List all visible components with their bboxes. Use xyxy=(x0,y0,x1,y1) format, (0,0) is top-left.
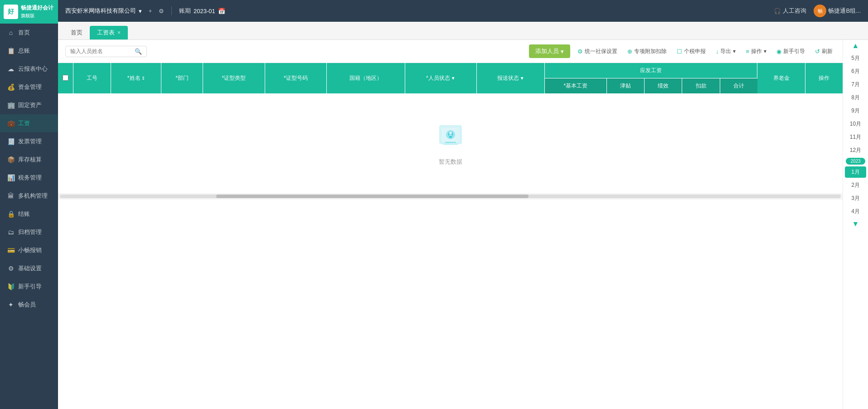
tax-report-btn[interactable]: ☐ 个税申报 xyxy=(674,46,708,57)
sidebar-item-multi-org-label: 多机构管理 xyxy=(18,192,48,200)
th-id-type: *证型类型 xyxy=(203,63,265,93)
month-2[interactable]: 2月 xyxy=(843,179,868,192)
sidebar-item-inventory[interactable]: 📦 库存核算 xyxy=(0,151,58,169)
cloud-icon: ☁ xyxy=(7,65,15,73)
month-3[interactable]: 3月 xyxy=(843,192,868,205)
sidebar-item-home-label: 首页 xyxy=(18,29,30,37)
calendar-icon[interactable]: 📅 xyxy=(218,8,225,15)
sidebar-item-close-period[interactable]: 🔒 结账 xyxy=(0,205,58,223)
sidebar-item-payroll-label: 工资 xyxy=(18,119,30,127)
th-name-filter: *姓名 ⇕ xyxy=(127,74,145,82)
guide-btn[interactable]: ◉ 新手引导 xyxy=(774,46,808,57)
month-1-active[interactable]: 1月 xyxy=(845,166,866,178)
month-7[interactable]: 7月 xyxy=(843,78,868,91)
th-dept: *部门 xyxy=(161,63,203,93)
th-checkbox[interactable] xyxy=(58,63,73,93)
horizontal-scrollbar[interactable] xyxy=(58,193,843,200)
sidebar-item-invoice[interactable]: 🧾 发票管理 xyxy=(0,132,58,151)
sidebar-item-settings-label: 基础设置 xyxy=(18,264,42,273)
sidebar-item-funds[interactable]: 💰 资金管理 xyxy=(0,78,58,96)
invoice-icon: 🧾 xyxy=(7,138,15,145)
sidebar-logo: 好 畅捷通好会计 旗舰版 xyxy=(0,0,58,24)
tax-report-icon: ☐ xyxy=(677,48,682,55)
svg-point-7 xyxy=(449,132,452,135)
month-11[interactable]: 11月 xyxy=(843,131,868,144)
sidebar-item-guide[interactable]: 🔰 新手引导 xyxy=(0,278,58,296)
month-6[interactable]: 6月 xyxy=(843,65,868,78)
month-12[interactable]: 12月 xyxy=(843,144,868,157)
empty-state-icon xyxy=(432,121,469,152)
guide-label: 新手引导 xyxy=(783,48,805,55)
operation-btn[interactable]: ≡ 操作 ▾ xyxy=(743,46,769,57)
user-name: 畅捷通B组... xyxy=(828,7,861,15)
operation-icon: ≡ xyxy=(746,48,749,55)
tabbar: 首页 工资表 × xyxy=(58,22,868,40)
th-report-label: 报送状态 xyxy=(497,74,519,82)
tab-payroll[interactable]: 工资表 × xyxy=(90,26,128,39)
month-5[interactable]: 5月 xyxy=(843,52,868,65)
company-name: 西安虾米网络科技有限公司 xyxy=(65,7,136,15)
topbar-add-icon[interactable]: ＋ xyxy=(147,7,153,15)
tax-report-label: 个税申报 xyxy=(684,48,706,55)
table-scroll-area[interactable]: 工号 *姓名 ⇕ *部门 *证型类型 *证型号码 国籍（地区） xyxy=(58,63,843,409)
sidebar-item-archive[interactable]: 🗂 归档管理 xyxy=(0,223,58,241)
refresh-btn[interactable]: ↺ 刷新 xyxy=(812,46,835,57)
topbar-divider xyxy=(171,6,172,15)
sidebar-item-payroll[interactable]: 💼 工资 xyxy=(0,114,58,132)
sidebar-item-expense-label: 小畅报销 xyxy=(18,246,42,254)
settings-icon: ⚙ xyxy=(7,265,15,272)
th-name-sort-icon[interactable]: ⇕ xyxy=(141,76,145,81)
human-service-btn[interactable]: 🎧 人工咨询 xyxy=(774,7,806,15)
content-area: 🔍 添加人员 ▾ ⚙ 统一社保设置 ⊕ 专项附加扣除 xyxy=(58,40,868,409)
period-value: 2023-01 xyxy=(194,8,215,15)
th-report-filter: 报送状态 ▼ xyxy=(497,74,524,82)
th-report-filter-icon[interactable]: ▼ xyxy=(520,76,524,81)
sidebar-item-member[interactable]: ✦ 畅会员 xyxy=(0,296,58,314)
add-person-button[interactable]: 添加人员 ▾ xyxy=(529,44,570,58)
sidebar-item-tax[interactable]: 📊 税务管理 xyxy=(0,169,58,187)
sidebar-item-settings[interactable]: ⚙ 基础设置 xyxy=(0,259,58,278)
main-area: 西安虾米网络科技有限公司 ▾ ＋ ⚙ 账期 2023-01 📅 🎧 人工咨询 畅… xyxy=(58,0,868,409)
refresh-label: 刷新 xyxy=(822,48,833,55)
sidebar-item-multi-org[interactable]: 🏛 多机构管理 xyxy=(0,187,58,205)
sidebar-item-cloud[interactable]: ☁ 云报表中心 xyxy=(0,60,58,78)
year-nav-up[interactable]: ▲ xyxy=(843,40,868,52)
th-status-label: *人员状态 xyxy=(426,74,450,82)
scrollbar-track xyxy=(60,195,841,198)
funds-icon: 💰 xyxy=(7,83,15,91)
svg-rect-4 xyxy=(449,136,452,138)
sidebar-item-expense[interactable]: 💳 小畅报销 xyxy=(0,241,58,259)
month-10[interactable]: 10月 xyxy=(843,117,868,131)
sidebar-item-home[interactable]: ⌂ 首页 xyxy=(0,24,58,42)
month-8[interactable]: 8月 xyxy=(843,91,868,104)
guide-circle-icon: ◉ xyxy=(776,48,781,55)
scrollbar-thumb[interactable] xyxy=(216,195,529,198)
month-4[interactable]: 4月 xyxy=(843,205,868,218)
refresh-icon: ↺ xyxy=(815,48,820,55)
tab-payroll-label: 工资表 xyxy=(97,29,115,37)
topbar-period: 账期 2023-01 📅 xyxy=(179,7,225,15)
th-status-filter-icon[interactable]: ▼ xyxy=(451,76,456,81)
sidebar-item-ledger[interactable]: 📋 总账 xyxy=(0,42,58,60)
special-deduction-btn[interactable]: ⊕ 专项附加扣除 xyxy=(625,46,669,57)
year-nav-down[interactable]: ▼ xyxy=(843,218,868,230)
user-avatar: 畅 xyxy=(814,5,826,17)
search-input[interactable] xyxy=(70,48,132,54)
special-deduction-label: 专项附加扣除 xyxy=(634,48,667,55)
tab-close-icon[interactable]: × xyxy=(117,29,121,36)
sidebar-item-archive-label: 归档管理 xyxy=(18,228,42,236)
th-pension: 养老金 xyxy=(757,63,805,93)
tab-home[interactable]: 首页 xyxy=(63,26,90,39)
topbar: 西安虾米网络科技有限公司 ▾ ＋ ⚙ 账期 2023-01 📅 🎧 人工咨询 畅… xyxy=(58,0,868,22)
export-label: 导出 xyxy=(720,48,731,55)
select-all-checkbox[interactable] xyxy=(63,75,68,81)
user-info[interactable]: 畅 畅捷通B组... xyxy=(814,5,861,17)
social-insurance-btn[interactable]: ⚙ 统一社保设置 xyxy=(575,46,620,57)
search-container: 🔍 xyxy=(65,46,147,57)
company-selector[interactable]: 西安虾米网络科技有限公司 ▾ xyxy=(65,7,142,15)
month-9[interactable]: 9月 xyxy=(843,104,868,117)
export-btn[interactable]: ↓ 导出 ▾ xyxy=(713,46,739,57)
close-period-icon: 🔒 xyxy=(7,210,15,218)
topbar-settings-icon[interactable]: ⚙ xyxy=(159,8,164,15)
sidebar-item-assets[interactable]: 🏢 固定资产 xyxy=(0,96,58,114)
